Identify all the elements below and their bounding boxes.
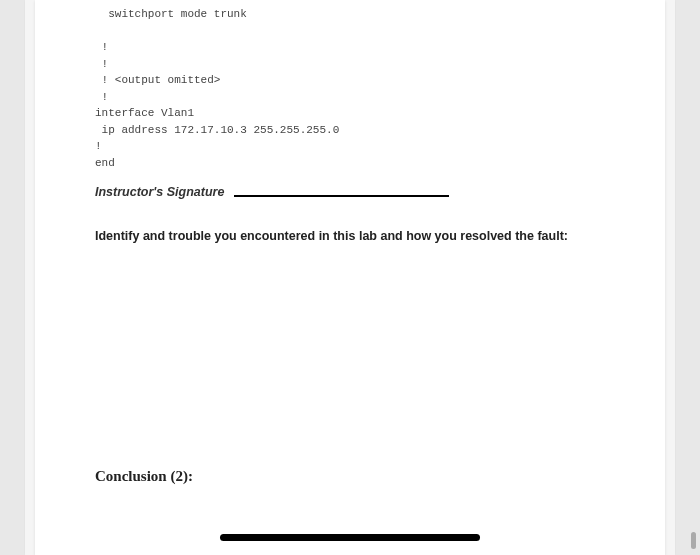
document-background: switchport mode trunk ! ! ! <output omit… <box>25 0 675 555</box>
troubleshoot-heading: Identify and trouble you encountered in … <box>95 229 605 243</box>
conclusion-heading: Conclusion (2): <box>95 468 605 485</box>
document-page: switchport mode trunk ! ! ! <output omit… <box>35 0 665 555</box>
config-code-block: switchport mode trunk ! ! ! <output omit… <box>95 0 605 171</box>
signature-label: Instructor's Signature <box>95 185 224 199</box>
scrollbar-track[interactable] <box>690 0 698 555</box>
signature-line <box>234 195 449 197</box>
signature-row: Instructor's Signature <box>95 185 605 199</box>
page-footer-bar <box>220 534 480 541</box>
scrollbar-thumb[interactable] <box>691 532 696 549</box>
